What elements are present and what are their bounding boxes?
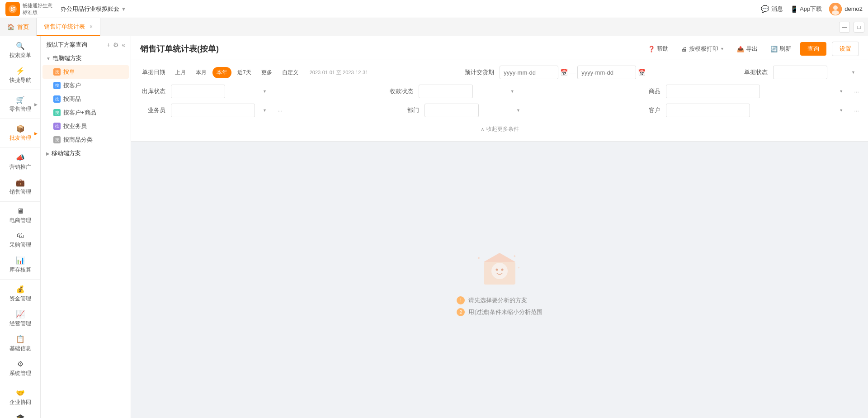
scheme-item-by-product-category[interactable]: 按 按商品分类 <box>42 133 129 147</box>
more-date-button[interactable]: 更多 <box>257 67 276 78</box>
cooperation-icon: 🤝 <box>16 389 25 397</box>
scheme-item-by-salesperson[interactable]: 按 按业务员 <box>42 119 129 133</box>
tab-close-icon[interactable]: × <box>90 24 93 30</box>
sidebar-item-basic[interactable]: 📋 基础信息 <box>0 331 40 356</box>
sidebar-item-operations[interactable]: 📈 经营管理 <box>0 306 40 331</box>
custom-date-button[interactable]: 自定义 <box>278 67 302 78</box>
scheme-label-by-customer: 按客户 <box>63 81 81 90</box>
scheme-item-by-customer[interactable]: 按 按客户 <box>42 79 129 92</box>
sidebar-misc-section: 🤝 企业协同 🎓 新手引导 🔲 应用中心 💬 企业微信 👑 畅会员 <box>0 383 40 418</box>
sidebar-item-cooperation[interactable]: 🤝 企业协同 <box>0 385 40 410</box>
print-button[interactable]: 🖨 按模板打印 ▼ <box>678 43 728 55</box>
svg-text:✦: ✦ <box>513 254 516 258</box>
settings-label: 设置 <box>840 45 851 53</box>
page-actions: ❓ 帮助 🖨 按模板打印 ▼ 📤 导出 🔄 刷新 <box>644 42 859 56</box>
export-button[interactable]: 📤 导出 <box>733 43 761 55</box>
tabbar-actions: — □ <box>839 22 868 33</box>
sidebar-retail-section: 🛒 零售管理 ▶ <box>0 90 40 119</box>
this-month-button[interactable]: 本月 <box>192 67 211 78</box>
scheme-item-by-product[interactable]: 按 按商品 <box>42 92 129 106</box>
sidebar-item-quick-nav[interactable]: ⚡ 快捷导航 <box>0 63 40 88</box>
scheme-settings-button[interactable]: ⚙ <box>113 41 119 48</box>
last-month-button[interactable]: 上月 <box>171 67 190 78</box>
date-quick-buttons: 上月 本月 本年 近7天 更多 自定义 <box>171 67 302 78</box>
sidebar-item-purchase[interactable]: 🛍 采购管理 <box>0 228 40 252</box>
breadcrumb-arrow-icon[interactable]: ▼ <box>121 6 126 12</box>
home-icon: 🏠 <box>7 24 14 30</box>
sidebar-item-wholesale[interactable]: 📦 批发管理 ▶ <box>0 121 40 146</box>
left-panel: 按以下方案查询 + ⚙ « ▼ 电脑端方案 按 按单 按 按客户 <box>41 36 131 418</box>
collapse-panel-button[interactable]: « <box>122 41 125 48</box>
customer-dots[interactable]: ··· <box>854 107 859 114</box>
sidebar-item-marketing[interactable]: 📣 营销推广 <box>0 150 40 175</box>
system-icon: ⚙ <box>17 360 24 368</box>
tab-maximize-button[interactable]: □ <box>854 22 864 33</box>
calendar-end-icon[interactable]: 📅 <box>638 69 646 76</box>
last7days-button[interactable]: 近7天 <box>233 67 255 78</box>
retail-arrow-icon: ▶ <box>34 102 38 107</box>
scheme-group-pc-header[interactable]: ▼ 电脑端方案 <box>42 52 129 65</box>
quick-nav-icon: ⚡ <box>16 66 25 75</box>
scheme-icon-by-salesperson: 按 <box>53 123 61 130</box>
user-profile-button[interactable]: demo2 <box>829 3 863 15</box>
tab-minimize-button[interactable]: — <box>839 22 850 33</box>
filter-area: 单据日期 上月 本月 本年 近7天 更多 自定义 2023-01-01 至 20… <box>131 60 868 142</box>
operations-icon: 📈 <box>16 310 25 318</box>
collapse-button[interactable]: ∧ 收起更多条件 <box>481 125 519 133</box>
message-button[interactable]: 💬 消息 <box>761 5 783 13</box>
sidebar-marketing-section: 📣 营销推广 💼 销售管理 <box>0 148 40 202</box>
app-download-button[interactable]: 📱 App下载 <box>790 5 822 13</box>
department-select[interactable] <box>425 104 479 117</box>
refresh-label: 刷新 <box>779 45 791 53</box>
print-icon: 🖨 <box>681 46 687 52</box>
salesperson-input[interactable] <box>171 104 255 117</box>
sidebar-finance-section: 💰 资金管理 📈 经营管理 📋 基础信息 ⚙ 系统管理 <box>0 280 40 383</box>
salesperson-select-wrapper <box>171 104 270 117</box>
settings-button[interactable]: 设置 <box>832 42 859 56</box>
salesperson-label: 业务员 <box>140 106 165 114</box>
search-button[interactable]: 查询 <box>800 42 826 56</box>
customer-input[interactable] <box>666 104 750 117</box>
calendar-start-icon[interactable]: 📅 <box>560 69 568 76</box>
add-scheme-button[interactable]: + <box>107 41 110 48</box>
tab-sales-order-stats[interactable]: 销售订单统计表 × <box>37 18 100 36</box>
scheme-item-by-customer-product[interactable]: 按 按客户+商品 <box>42 106 129 119</box>
sidebar-item-inventory[interactable]: 📊 库存核算 <box>0 252 40 277</box>
sidebar-item-search[interactable]: 🔍 搜索菜单 <box>0 38 40 63</box>
payment-status-select[interactable] <box>419 85 473 98</box>
sidebar-item-ecommerce[interactable]: 🖥 电商管理 <box>0 204 40 228</box>
sidebar-item-retail[interactable]: 🛒 零售管理 ▶ <box>0 92 40 117</box>
product-input[interactable] <box>666 85 760 98</box>
topbar: 好 畅捷通好生意 标准版 办公用品行业模拟账套 ▼ 💬 消息 📱 App下载 <box>0 0 868 18</box>
product-dots[interactable]: ··· <box>854 88 859 95</box>
logo-icon: 好 <box>5 2 20 16</box>
expected-date-start-input[interactable] <box>500 66 558 79</box>
refresh-button[interactable]: 🔄 刷新 <box>767 43 795 55</box>
scheme-group-mobile-header[interactable]: ▶ 移动端方案 <box>42 147 129 160</box>
tab-home[interactable]: 🏠 首页 <box>0 18 37 36</box>
shipment-status-select-wrapper <box>171 85 270 98</box>
expected-date-end-input[interactable] <box>577 66 636 79</box>
scheme-item-by-order[interactable]: 按 按单 <box>42 65 129 79</box>
scheme-icon-by-product-category: 按 <box>53 136 61 143</box>
payment-status-select-wrapper <box>419 85 518 98</box>
phone-icon: 📱 <box>790 5 798 13</box>
avatar <box>829 3 842 15</box>
help-button[interactable]: ❓ 帮助 <box>644 43 672 55</box>
voucher-status-select[interactable] <box>773 66 827 79</box>
sidebar: 🔍 搜索菜单 ⚡ 快捷导航 🛒 零售管理 ▶ 📦 批发管理 ▶ <box>0 36 41 418</box>
empty-state: ✦ ✦ ✦ 1 请先选择要分析的方案 2 用[过滤]条件来缩小分析范围 <box>131 142 868 418</box>
shipment-status-label: 出库状态 <box>140 87 165 95</box>
sidebar-item-sales[interactable]: 💼 销售管理 <box>0 175 40 200</box>
sidebar-item-finance[interactable]: 💰 资金管理 <box>0 281 40 306</box>
shipment-status-select[interactable] <box>171 85 225 98</box>
sidebar-item-newbie[interactable]: 🎓 新手引导 <box>0 410 40 418</box>
tab-active-label: 销售订单统计表 <box>44 23 85 31</box>
this-year-button[interactable]: 本年 <box>212 67 231 78</box>
newbie-icon: 🎓 <box>16 413 25 418</box>
app-download-label: App下载 <box>800 5 822 13</box>
filter-row-3: 业务员 ··· 部门 客户 <box>140 104 859 117</box>
sidebar-item-system[interactable]: ⚙ 系统管理 <box>0 356 40 381</box>
message-label: 消息 <box>771 5 783 13</box>
salesperson-dots[interactable]: ··· <box>278 107 283 114</box>
